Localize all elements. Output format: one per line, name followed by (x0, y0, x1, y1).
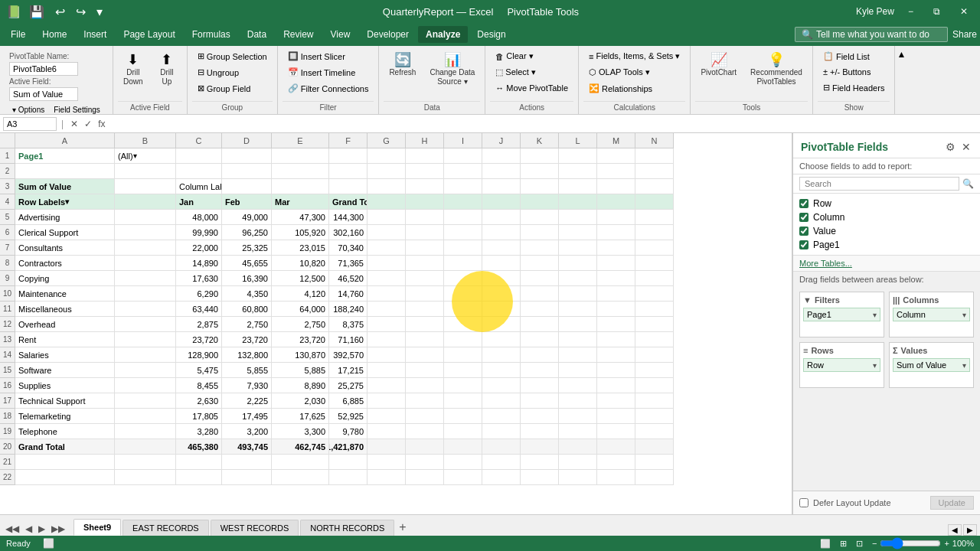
cell-E16[interactable]: 8,890 (272, 378, 329, 393)
cell-N10[interactable] (635, 286, 674, 302)
cell-E15[interactable]: 5,885 (272, 363, 329, 378)
cell-H5[interactable] (406, 210, 444, 225)
cell-C10[interactable]: 6,290 (176, 286, 222, 302)
change-data-source-btn[interactable]: 📊 Change DataSource ▾ (424, 49, 480, 90)
cell-A15[interactable]: Software (15, 363, 115, 378)
sheet-tab-east-records[interactable]: EAST RECORDS (122, 520, 209, 536)
cell-J9[interactable] (482, 271, 521, 286)
cell-N14[interactable] (635, 347, 674, 363)
cell-E4[interactable]: Mar (272, 194, 329, 210)
cell-K12[interactable] (521, 317, 559, 332)
pivot-field-checkbox-row[interactable] (799, 199, 808, 208)
defer-checkbox[interactable] (799, 498, 808, 507)
cell-F8[interactable]: 71,365 (329, 256, 368, 271)
cell-I13[interactable] (444, 332, 482, 347)
cell-I22[interactable] (444, 470, 482, 485)
quick-access-more-btn[interactable]: ▾ (93, 3, 106, 21)
cell-M17[interactable] (597, 393, 635, 409)
cell-L2[interactable] (559, 164, 597, 179)
cell-C12[interactable]: 2,875 (176, 317, 222, 332)
move-pivottable-btn[interactable]: ↔ Move PivotTable (490, 81, 573, 95)
field-list-btn[interactable]: 📋 Field List (818, 49, 890, 64)
cell-C4[interactable]: Jan (176, 194, 222, 210)
pivottable-name-input[interactable] (9, 62, 78, 76)
cell-N13[interactable] (635, 332, 674, 347)
cell-F18[interactable]: 52,925 (329, 409, 368, 424)
menu-item-formulas[interactable]: Formulas (185, 26, 238, 43)
cell-E10[interactable]: 4,120 (272, 286, 329, 302)
cell-K14[interactable] (521, 347, 559, 363)
row-number-13[interactable]: 13 (0, 332, 15, 347)
cell-B7[interactable] (115, 240, 176, 256)
recommended-pivottables-btn[interactable]: 💡 RecommendedPivotTables (745, 49, 808, 90)
cell-D6[interactable]: 96,250 (222, 225, 272, 240)
pivot-field-row[interactable]: Row (799, 197, 974, 210)
cell-C7[interactable]: 22,000 (176, 240, 222, 256)
col-header-M[interactable]: M (597, 133, 635, 148)
col-header-E[interactable]: E (272, 133, 329, 148)
menu-item-analyze[interactable]: Analyze (418, 26, 468, 43)
cell-L12[interactable] (559, 317, 597, 332)
cell-B12[interactable] (115, 317, 176, 332)
row-number-16[interactable]: 16 (0, 378, 15, 393)
cell-K7[interactable] (521, 240, 559, 256)
cell-I8[interactable] (444, 256, 482, 271)
values-dropdown-icon[interactable]: ▾ (962, 361, 966, 370)
close-btn[interactable]: ✕ (954, 3, 974, 20)
cell-A11[interactable]: Miscellaneous (15, 302, 115, 317)
cell-F17[interactable]: 6,885 (329, 393, 368, 409)
row-number-14[interactable]: 14 (0, 347, 15, 363)
cell-H20[interactable] (406, 439, 444, 455)
cell-L9[interactable] (559, 271, 597, 286)
cell-N9[interactable] (635, 271, 674, 286)
cell-N18[interactable] (635, 409, 674, 424)
cell-D1[interactable] (222, 148, 272, 164)
cell-H17[interactable] (406, 393, 444, 409)
cell-J8[interactable] (482, 256, 521, 271)
cell-D21[interactable] (222, 455, 272, 470)
cell-F14[interactable]: 392,570 (329, 347, 368, 363)
group-selection-btn[interactable]: ⊞ Group Selection (192, 49, 273, 64)
cell-I20[interactable] (444, 439, 482, 455)
pivot-close-btn[interactable]: ✕ (960, 139, 972, 155)
collapse-icon[interactable]: ▲ (897, 49, 906, 60)
cell-J20[interactable] (482, 439, 521, 455)
cell-N21[interactable] (635, 455, 674, 470)
cell-A12[interactable]: Overhead (15, 317, 115, 332)
cell-K19[interactable] (521, 424, 559, 439)
cell-E18[interactable]: 17,625 (272, 409, 329, 424)
cell-G10[interactable] (368, 286, 406, 302)
relationships-btn[interactable]: 🔀 Relationships (583, 81, 685, 96)
cell-L19[interactable] (559, 424, 597, 439)
cell-B6[interactable] (115, 225, 176, 240)
ribbon-collapse-btn[interactable]: ▲ (895, 46, 907, 114)
cell-C3[interactable]: Column Labels ▾ (176, 179, 222, 194)
cell-J19[interactable] (482, 424, 521, 439)
cell-A10[interactable]: Maintenance (15, 286, 115, 302)
cell-E9[interactable]: 12,500 (272, 271, 329, 286)
cell-G7[interactable] (368, 240, 406, 256)
cell-A22[interactable] (15, 470, 115, 485)
cell-B13[interactable] (115, 332, 176, 347)
cell-D17[interactable]: 2,225 (222, 393, 272, 409)
cell-F20[interactable]: 1,421,870 (329, 439, 368, 455)
view-layout-btn[interactable]: ⊞ (840, 539, 847, 549)
cell-K1[interactable] (521, 148, 559, 164)
cell-F16[interactable]: 25,275 (329, 378, 368, 393)
cell-N12[interactable] (635, 317, 674, 332)
cell-J11[interactable] (482, 302, 521, 317)
drill-down-btn[interactable]: ⬇ DrillDown (118, 49, 149, 90)
cell-C14[interactable]: 128,900 (176, 347, 222, 363)
cell-B3[interactable] (115, 179, 176, 194)
cell-A17[interactable]: Technical Support (15, 393, 115, 409)
cell-C5[interactable]: 48,000 (176, 210, 222, 225)
pivot-field-checkbox-column[interactable] (799, 213, 808, 222)
more-tables-link[interactable]: More Tables... (793, 256, 980, 271)
cell-G16[interactable] (368, 378, 406, 393)
cell-E14[interactable]: 130,870 (272, 347, 329, 363)
cell-D3[interactable] (222, 179, 272, 194)
cell-H4[interactable] (406, 194, 444, 210)
col-header-B[interactable]: B (115, 133, 176, 148)
menu-item-home[interactable]: Home (34, 26, 74, 43)
pivot-search-input[interactable] (799, 177, 959, 191)
